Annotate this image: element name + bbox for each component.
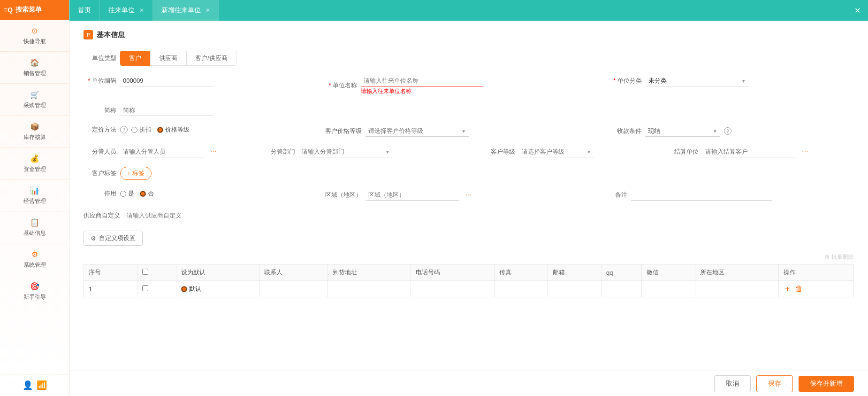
type-btn-customer[interactable]: 客户 xyxy=(120,51,150,66)
unit-code-input[interactable] xyxy=(120,75,214,86)
tab-bar: 首页 往来单位 ✕ 新增往来单位 ✕ ✕ xyxy=(69,0,868,21)
row-checkbox[interactable] xyxy=(142,285,148,291)
col-phone: 电话号码 xyxy=(411,264,494,281)
sidebar-search[interactable]: ≡Q 搜索菜单 xyxy=(0,0,69,20)
customer-price-level-label: 客户价格等级 xyxy=(324,127,362,135)
add-tag-button[interactable]: + 标签 xyxy=(120,167,152,180)
disabled-no-option[interactable]: 否 xyxy=(140,189,154,198)
add-row-button[interactable]: + xyxy=(784,284,792,294)
sidebar-item-basic[interactable]: 📋 基础信息 xyxy=(0,211,69,243)
type-btn-supplier[interactable]: 供应商 xyxy=(150,51,186,66)
custom-settings-button[interactable]: ⚙ 自定义项设置 xyxy=(84,231,143,246)
pricing-discount-radio[interactable] xyxy=(131,127,137,133)
supplier-custom-input[interactable] xyxy=(124,210,236,221)
payment-terms-wrapper: ▼ xyxy=(645,125,720,137)
default-radio-label[interactable]: 默认 xyxy=(181,285,254,293)
customer-tag-label: 客户标签 xyxy=(84,169,116,178)
department-input[interactable] xyxy=(299,146,393,157)
form-footer: 取消 保存 保存并新增 xyxy=(69,371,868,396)
abbr-group: 简称 xyxy=(84,105,854,116)
save-button[interactable]: 保存 xyxy=(756,375,793,392)
settlement-unit-input[interactable] xyxy=(702,146,796,157)
tab-new-partner[interactable]: 新增往来单位 ✕ xyxy=(153,0,219,21)
unit-name-input[interactable] xyxy=(361,75,483,86)
sidebar: ≡Q 搜索菜单 ⊙ 快捷导航 🏠 销售管理 🛒 采购管理 📦 库存核算 💰 资金… xyxy=(0,0,69,396)
payment-terms-help-icon[interactable]: ? xyxy=(724,127,731,135)
tab-new-partner-close[interactable]: ✕ xyxy=(206,7,210,14)
sidebar-item-label: 资金管理 xyxy=(23,165,46,173)
select-all-checkbox[interactable] xyxy=(142,269,148,275)
disabled-group: 停用 是 否 xyxy=(84,189,324,198)
inventory-icon: 📦 xyxy=(30,121,40,132)
sidebar-item-label: 库存核算 xyxy=(23,133,46,141)
tab-partners[interactable]: 往来单位 ✕ xyxy=(100,0,153,21)
sidebar-item-finance[interactable]: 💰 资金管理 xyxy=(0,148,69,179)
settlement-unit-label: 结算单位 xyxy=(670,148,699,156)
sidebar-item-label: 采购管理 xyxy=(23,101,46,109)
unit-type-group: 单位类型 客户 供应商 客户/供应商 xyxy=(84,51,854,66)
cell-index: 1 xyxy=(84,281,137,297)
notes-group: 备注 xyxy=(613,189,854,201)
region-label: 区域（地区） xyxy=(324,191,362,199)
section-title: 基本信息 xyxy=(97,31,125,39)
disabled-yes-radio[interactable] xyxy=(120,191,126,197)
unit-name-label: 单位名称 xyxy=(324,81,357,90)
pricing-help-icon[interactable]: ? xyxy=(120,126,128,133)
section-header: P 基本信息 xyxy=(84,30,854,39)
notes-input[interactable] xyxy=(631,189,772,201)
manager-ellipsis[interactable]: ··· xyxy=(208,148,218,156)
region-ellipsis[interactable]: ··· xyxy=(463,191,473,199)
unit-category-input[interactable] xyxy=(646,75,749,86)
cell-phone xyxy=(411,281,494,297)
cell-email xyxy=(548,281,601,297)
customer-level-group: 客户等级 ▼ xyxy=(487,146,670,157)
region-input[interactable] xyxy=(365,189,459,201)
form-content: P 基本信息 单位类型 客户 供应商 客户/供应商 单位编码 单位名称 xyxy=(69,21,868,396)
batch-delete-icon[interactable]: 🗑 批量删除 xyxy=(824,254,854,260)
settlement-unit-ellipsis[interactable]: ··· xyxy=(800,148,810,156)
sidebar-item-purchase[interactable]: 🛒 采购管理 xyxy=(0,84,69,116)
customer-price-level-input[interactable] xyxy=(365,125,469,137)
col-qq: qq xyxy=(601,264,641,281)
disabled-no-radio[interactable] xyxy=(140,191,146,197)
sidebar-item-quick-nav[interactable]: ⊙ 快捷导航 xyxy=(0,20,69,52)
payment-terms-input[interactable] xyxy=(645,125,720,137)
default-radio[interactable] xyxy=(181,286,187,292)
abbr-input[interactable] xyxy=(120,105,214,116)
sidebar-item-sales[interactable]: 🏠 销售管理 xyxy=(0,52,69,84)
disabled-region-row: 停用 是 否 区域（地区） ··· 备注 xyxy=(84,189,854,201)
cell-contact xyxy=(259,281,328,297)
sidebar-item-system[interactable]: ⚙ 系统管理 xyxy=(0,243,69,275)
window-close-button[interactable]: ✕ xyxy=(847,6,868,15)
sidebar-item-guide[interactable]: 🎯 新手引导 xyxy=(0,275,69,307)
tab-home[interactable]: 首页 xyxy=(69,0,100,21)
cancel-button[interactable]: 取消 xyxy=(714,375,751,392)
col-fax: 传真 xyxy=(494,264,548,281)
type-btn-both[interactable]: 客户/供应商 xyxy=(186,51,236,66)
user-icon[interactable]: 👤 xyxy=(23,380,33,390)
sidebar-item-inventory[interactable]: 📦 库存核算 xyxy=(0,116,69,148)
department-label: 分管部门 xyxy=(267,148,295,156)
settings-icon[interactable]: 📶 xyxy=(37,380,47,390)
sidebar-item-label: 系统管理 xyxy=(23,261,46,269)
delete-row-button[interactable]: 🗑 xyxy=(793,284,805,294)
pricing-level-option[interactable]: 价格等级 xyxy=(157,125,190,134)
section-icon: P xyxy=(84,30,93,39)
system-icon: ⚙ xyxy=(30,249,40,259)
manager-input[interactable] xyxy=(120,146,205,157)
pricing-level-radio[interactable] xyxy=(157,127,163,133)
pricing-discount-option[interactable]: 折扣 xyxy=(131,125,152,134)
customer-level-input[interactable] xyxy=(519,146,594,157)
sidebar-item-operation[interactable]: 📊 经营管理 xyxy=(0,179,69,211)
department-wrapper: ▼ xyxy=(299,146,393,157)
col-checkbox xyxy=(137,264,176,281)
notes-label: 备注 xyxy=(613,191,627,199)
tab-partners-close[interactable]: ✕ xyxy=(139,7,144,14)
pricing-radio-group: 折扣 价格等级 xyxy=(131,125,190,134)
disabled-yes-option[interactable]: 是 xyxy=(120,189,134,198)
customer-level-label: 客户等级 xyxy=(487,148,515,156)
save-add-button[interactable]: 保存并新增 xyxy=(799,376,854,392)
unit-type-row: 单位类型 客户 供应商 客户/供应商 xyxy=(84,51,854,66)
customer-price-level-group: 客户价格等级 ▼ xyxy=(324,125,613,137)
sidebar-item-label: 销售管理 xyxy=(23,70,46,78)
